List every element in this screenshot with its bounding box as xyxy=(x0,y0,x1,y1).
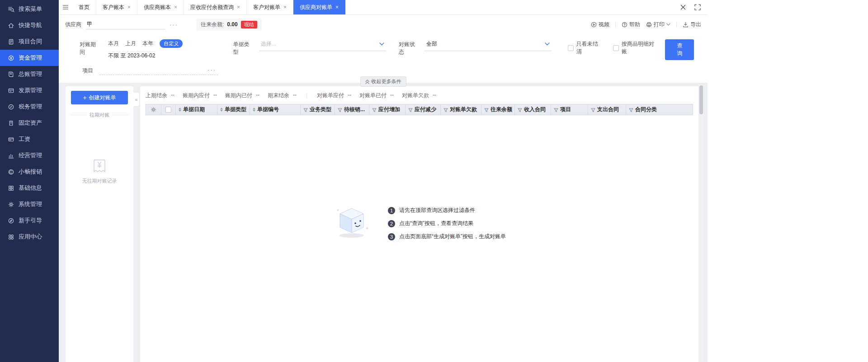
scrollbar-thumb[interactable] xyxy=(699,85,703,114)
filter-icon[interactable] xyxy=(591,108,595,112)
supplier-input[interactable] xyxy=(86,20,165,29)
gear-icon xyxy=(151,107,156,113)
period-custom-button[interactable]: 自定义 xyxy=(160,39,183,48)
funds-icon xyxy=(8,55,14,61)
tab-supplier-ledger[interactable]: 供应商账本 × xyxy=(137,0,184,14)
tab-customer-ledger[interactable]: 客户账本 × xyxy=(96,0,137,14)
unsettled-only-checkbox[interactable]: 只看未结清 xyxy=(568,39,603,56)
sidebar-item-funds-mgmt[interactable]: 资金管理 xyxy=(0,50,59,66)
period-last-month-button[interactable]: 上月 xyxy=(125,40,136,47)
by-item-detail-checkbox[interactable]: 按商品明细对账 xyxy=(613,39,659,56)
step-text: 点击页面底部“生成对账单”按钮，生成对账单 xyxy=(399,233,506,240)
tab-customer-statement[interactable]: 客户对账单 × xyxy=(247,0,293,14)
col-doc-date[interactable]: 单据日期 xyxy=(176,104,217,115)
sidebar-item-business-mgmt[interactable]: 经营管理 xyxy=(0,147,59,164)
tab-close-icon[interactable]: × xyxy=(127,4,131,10)
tab-home[interactable]: 首页 xyxy=(72,0,96,14)
tab-close-icon[interactable]: × xyxy=(237,4,240,10)
salary-card-icon xyxy=(8,136,14,143)
sidebar-item-beginner-guide[interactable]: 新手引导 xyxy=(0,212,59,229)
fullscreen-icon[interactable] xyxy=(694,4,701,10)
step-number: 1 xyxy=(388,207,395,214)
sidebar-item-system-mgmt[interactable]: 系统管理 xyxy=(0,196,59,212)
export-button[interactable]: 导出 xyxy=(683,21,701,28)
supplier-more-button[interactable]: ··· xyxy=(170,21,178,28)
sidebar-item-quick-nav[interactable]: 快捷导航 xyxy=(0,17,59,33)
grid-icon xyxy=(8,185,14,192)
filter-icon[interactable] xyxy=(338,108,342,112)
settle-badge: 现结 xyxy=(241,21,257,28)
filter-icon[interactable] xyxy=(372,108,377,112)
filter-icon[interactable] xyxy=(408,108,413,112)
search-menu-icon xyxy=(8,6,14,13)
query-button[interactable]: 查询 xyxy=(665,39,694,60)
col-settings[interactable] xyxy=(146,104,161,115)
col-select-all[interactable] xyxy=(161,104,176,115)
sidebar-item-payroll[interactable]: 工资 xyxy=(0,131,59,147)
sort-icon[interactable] xyxy=(220,108,223,112)
sort-icon[interactable] xyxy=(253,108,255,112)
sidebar-item-app-center[interactable]: 应用中心 xyxy=(0,229,59,245)
stat-item: 对账单已付-- xyxy=(359,92,394,99)
col-payable-decrease[interactable]: 应付减少 xyxy=(406,104,441,115)
period-range-value[interactable]: 不限 至 2023-06-02 xyxy=(108,52,233,60)
col-current-balance[interactable]: 往来余额 xyxy=(481,104,515,115)
sidebar-item-fixed-assets[interactable]: 固定资产 xyxy=(0,115,59,131)
stat-item: 账期内应付-- xyxy=(183,92,217,99)
vertical-scrollbar[interactable] xyxy=(699,85,703,362)
col-pending-writeoff[interactable]: 待核销... xyxy=(335,104,369,115)
status-select[interactable]: 全部 xyxy=(425,39,552,51)
col-statement-debt[interactable]: 对账单欠款 xyxy=(441,104,481,115)
step-number: 3 xyxy=(388,233,395,240)
filter-icon[interactable] xyxy=(554,108,558,112)
double-chevron-up-icon xyxy=(365,80,369,84)
tab-close-icon[interactable]: × xyxy=(174,4,177,10)
filter-icon[interactable] xyxy=(303,108,308,112)
filter-icon[interactable] xyxy=(629,108,633,112)
period-this-month-button[interactable]: 本月 xyxy=(108,40,119,47)
sidebar-item-tax-mgmt[interactable]: 税务管理 xyxy=(0,99,59,115)
sidebar-item-label: 工资 xyxy=(19,135,30,143)
col-contract-category[interactable]: 合同分类 xyxy=(626,104,693,115)
col-income-contract[interactable]: 收入合同 xyxy=(515,104,551,115)
sidebar-item-project-contract[interactable]: 项目合同 xyxy=(0,33,59,50)
panel-collapse-handle[interactable]: « xyxy=(133,93,139,106)
tab-supplier-statement[interactable]: 供应商对账单 × xyxy=(293,0,345,14)
project-more-button[interactable]: ··· xyxy=(208,66,216,73)
sidebar-item-label: 税务管理 xyxy=(19,103,42,111)
reimburse-icon xyxy=(8,169,14,175)
doc-type-select[interactable]: 选择... xyxy=(259,39,386,51)
sidebar-item-invoice-mgmt[interactable]: 发票管理 xyxy=(0,82,59,99)
sidebar-item-search-menu[interactable]: 搜索菜单 xyxy=(0,1,59,17)
sidebar-item-general-ledger[interactable]: 总账管理 xyxy=(0,66,59,82)
period-this-year-button[interactable]: 本年 xyxy=(142,40,153,47)
filter-icon[interactable] xyxy=(518,108,522,112)
tab-close-icon[interactable]: × xyxy=(335,4,339,10)
collapse-more-filters-button[interactable]: 收起更多条件 xyxy=(360,76,406,87)
tab-menu-button[interactable] xyxy=(59,0,72,14)
help-button[interactable]: 帮助 xyxy=(622,21,640,28)
col-biz-type[interactable]: 业务类型 xyxy=(301,104,335,115)
checkbox-icon xyxy=(568,45,574,51)
project-field[interactable]: ··· xyxy=(99,66,218,75)
filter-icon[interactable] xyxy=(484,108,489,112)
sidebar-item-base-info[interactable]: 基础信息 xyxy=(0,180,59,196)
print-button[interactable]: 打印 xyxy=(646,21,670,28)
col-doc-no[interactable]: 单据编号 xyxy=(250,104,301,115)
col-project[interactable]: 项目 xyxy=(551,104,588,115)
history-section-title: 往期对账 xyxy=(71,112,128,118)
tab-close-icon[interactable]: × xyxy=(283,4,287,10)
filter-icon[interactable] xyxy=(443,108,448,112)
sort-icon[interactable] xyxy=(179,108,181,112)
col-doc-type[interactable]: 单据类型 xyxy=(217,104,250,115)
sidebar-item-reimburse[interactable]: 小畅报销 xyxy=(0,164,59,180)
col-expense-contract[interactable]: 支出合同 xyxy=(588,104,626,115)
sidebar-item-label: 系统管理 xyxy=(19,200,42,208)
video-button[interactable]: 视频 xyxy=(591,21,609,28)
close-icon[interactable] xyxy=(680,4,686,10)
create-statement-button[interactable]: + 创建对账单 xyxy=(71,91,128,104)
col-payable-increase[interactable]: 应付增加 xyxy=(369,104,406,115)
sidebar: 搜索菜单 快捷导航 项目合同 资金管理 总账管理 发票管理 税务管理 固定资产 xyxy=(0,0,59,362)
sidebar-item-label: 应用中心 xyxy=(19,233,42,241)
tab-balance-query[interactable]: 应收应付余额查询 × xyxy=(184,0,247,14)
